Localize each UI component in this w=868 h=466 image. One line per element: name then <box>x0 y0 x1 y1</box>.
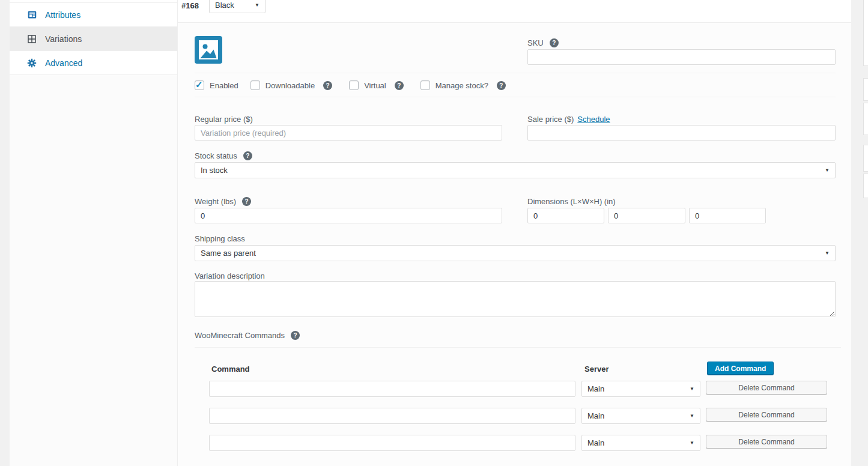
command-column-header: Command <box>211 365 250 374</box>
grid-icon <box>26 33 38 45</box>
regular-price-input[interactable] <box>195 125 502 141</box>
sku-input[interactable] <box>527 49 836 65</box>
sku-label: SKU <box>527 38 544 47</box>
weight-label: Weight (lbs) <box>195 197 236 206</box>
enabled-checkbox[interactable]: ✓ <box>195 80 204 90</box>
variation-attribute-select[interactable]: Black ▼ <box>209 0 266 13</box>
checkmark-icon: ✓ <box>195 79 203 90</box>
manage-stock-option: ✓ Manage stock? ? <box>420 80 506 90</box>
server-select[interactable]: Main ▼ <box>581 435 700 451</box>
image-placeholder-icon <box>195 36 222 64</box>
variation-description-textarea[interactable] <box>195 281 836 317</box>
index-card-icon <box>26 9 38 21</box>
gear-icon <box>26 57 38 69</box>
server-value: Main <box>587 384 604 393</box>
command-input[interactable] <box>209 381 575 397</box>
tab-advanced[interactable]: Advanced <box>10 51 177 75</box>
help-icon[interactable]: ? <box>550 38 559 47</box>
enabled-option: ✓ Enabled <box>195 80 238 90</box>
sale-price-label: Sale price ($) <box>527 115 574 124</box>
cutoff-panel-edge <box>863 0 868 66</box>
server-select[interactable]: Main ▼ <box>581 381 700 397</box>
shipping-class-label: Shipping class <box>195 234 245 243</box>
enabled-label: Enabled <box>210 81 238 90</box>
chevron-down-icon: ▼ <box>690 386 694 392</box>
add-command-button[interactable]: Add Command <box>707 362 774 375</box>
server-column-header: Server <box>584 365 609 374</box>
variation-attribute-value: Black <box>215 1 234 10</box>
command-input[interactable] <box>209 408 575 424</box>
help-icon[interactable]: ? <box>242 197 251 206</box>
schedule-link[interactable]: Schedule <box>577 115 610 124</box>
manage-stock-label: Manage stock? <box>436 81 488 90</box>
divider <box>195 97 836 97</box>
chevron-down-icon: ▼ <box>690 413 694 419</box>
downloadable-checkbox[interactable]: ✓ <box>250 80 260 90</box>
sku-label-row: SKU ? <box>527 38 559 47</box>
virtual-option: ✓ Virtual ? <box>349 80 404 90</box>
chevron-down-icon: ▼ <box>690 440 694 446</box>
shipping-class-select[interactable]: Same as parent ▼ <box>195 245 836 261</box>
tab-advanced-label: Advanced <box>45 58 82 68</box>
virtual-checkbox[interactable]: ✓ <box>349 80 359 90</box>
weight-label-row: Weight (lbs) ? <box>195 197 251 206</box>
delete-command-button[interactable]: Delete Command <box>706 408 827 422</box>
chevron-down-icon: ▼ <box>825 250 830 256</box>
tab-attributes[interactable]: Attributes <box>10 3 177 27</box>
dimension-length-input[interactable] <box>527 208 604 223</box>
product-data-panel: Attributes Variations <box>0 0 868 466</box>
server-value: Main <box>587 411 604 420</box>
variation-header: #168 Black ▼ <box>178 0 851 23</box>
sale-price-label-row: Sale price ($) Schedule <box>527 115 610 124</box>
tab-variations-label: Variations <box>45 34 82 44</box>
shipping-class-value: Same as parent <box>201 249 256 258</box>
dimension-height-input[interactable] <box>689 208 766 223</box>
help-icon[interactable]: ? <box>323 81 332 90</box>
stock-status-label: Stock status <box>195 151 237 160</box>
stock-status-select[interactable]: In stock ▼ <box>195 162 836 178</box>
variation-panel: #168 Black ▼ SKU ? ✓ Enabl <box>178 0 851 466</box>
cutoff-panel-edge <box>863 78 868 101</box>
dimension-width-input[interactable] <box>608 208 685 223</box>
downloadable-label: Downloadable <box>266 81 315 90</box>
chevron-down-icon: ▼ <box>255 2 259 8</box>
woominecraft-label: WooMinecraft Commands <box>195 331 285 340</box>
manage-stock-checkbox[interactable]: ✓ <box>420 80 430 90</box>
command-input[interactable] <box>209 435 575 451</box>
variation-options-row: ✓ Enabled ✓ Downloadable ? ✓ Virtual ? ✓… <box>195 80 506 91</box>
chevron-down-icon: ▼ <box>825 168 830 173</box>
delete-command-button[interactable]: Delete Command <box>706 381 827 395</box>
virtual-label: Virtual <box>364 81 386 90</box>
tab-attributes-label: Attributes <box>45 10 80 20</box>
delete-command-button[interactable]: Delete Command <box>706 435 827 449</box>
dimensions-label: Dimensions (L×W×H) (in) <box>527 197 616 206</box>
sale-price-input[interactable] <box>527 125 836 141</box>
cutoff-panel-edge <box>863 174 868 198</box>
cutoff-panel-edge <box>863 103 868 135</box>
cutoff-panel-edge <box>863 145 868 172</box>
divider <box>195 73 836 73</box>
help-icon[interactable]: ? <box>243 151 252 160</box>
divider <box>195 347 841 348</box>
regular-price-label: Regular price ($) <box>195 115 253 124</box>
server-value: Main <box>587 438 604 447</box>
help-icon[interactable]: ? <box>291 331 300 340</box>
stock-status-value: In stock <box>201 166 228 175</box>
weight-input[interactable] <box>195 208 502 223</box>
variation-id: #168 <box>181 1 199 10</box>
tab-variations[interactable]: Variations <box>10 27 177 51</box>
stock-status-label-row: Stock status ? <box>195 151 252 160</box>
help-icon[interactable]: ? <box>497 81 506 90</box>
help-icon[interactable]: ? <box>395 81 404 90</box>
woominecraft-label-row: WooMinecraft Commands ? <box>195 331 300 340</box>
downloadable-option: ✓ Downloadable ? <box>250 80 332 90</box>
product-data-tabs: Attributes Variations <box>10 0 178 466</box>
server-select[interactable]: Main ▼ <box>581 408 700 424</box>
variation-description-label: Variation description <box>195 271 265 280</box>
variation-image-upload[interactable] <box>195 36 222 64</box>
